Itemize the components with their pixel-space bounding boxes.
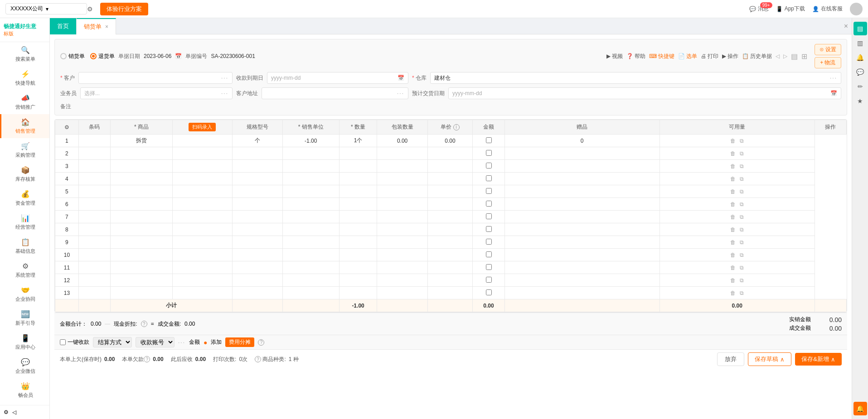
- copy-icon[interactable]: ⧉: [740, 290, 744, 296]
- cell-amount[interactable]: 0.00: [427, 135, 473, 147]
- delete-icon[interactable]: 🗑: [730, 201, 736, 207]
- warehouse-more-icon[interactable]: ···: [830, 75, 837, 81]
- cell-action[interactable]: 🗑 ⧉: [659, 173, 815, 185]
- sidebar-item-basic[interactable]: 📋 基础信息: [0, 234, 49, 258]
- cell-unit[interactable]: [232, 274, 282, 287]
- cell-spec[interactable]: [172, 236, 232, 249]
- cell-unit[interactable]: [232, 173, 282, 185]
- cell-gift[interactable]: [473, 236, 504, 249]
- sidebar-item-enterprise[interactable]: 🤝 企业协同: [0, 282, 49, 306]
- sidebar-item-wechat[interactable]: 💬 企业微信: [0, 354, 49, 378]
- copy-icon[interactable]: ⧉: [740, 188, 744, 195]
- cell-action[interactable]: 🗑 ⧉: [659, 223, 815, 236]
- sidebar-item-marketing[interactable]: 📣 营销推广: [0, 90, 49, 114]
- cell-pkg-qty[interactable]: [339, 211, 377, 223]
- copy-icon[interactable]: ⧉: [740, 150, 744, 157]
- cell-spec[interactable]: [172, 223, 232, 236]
- cell-action[interactable]: 🗑 ⧉: [659, 211, 815, 223]
- sidebar-item-apps[interactable]: 📱 应用中心: [0, 330, 49, 354]
- cell-spec[interactable]: [172, 249, 232, 261]
- delete-icon[interactable]: 🗑: [730, 214, 736, 220]
- cell-unit[interactable]: [232, 287, 282, 299]
- cell-action[interactable]: 🗑 ⧉: [659, 147, 815, 160]
- right-panel-btn-4[interactable]: 💬: [853, 65, 867, 79]
- cell-action[interactable]: 🗑 ⧉: [659, 261, 815, 274]
- gift-checkbox[interactable]: [486, 277, 492, 283]
- copy-icon[interactable]: ⧉: [740, 214, 744, 220]
- copy-icon[interactable]: ⧉: [740, 226, 744, 233]
- cell-spec[interactable]: [172, 211, 232, 223]
- cell-price[interactable]: [377, 147, 427, 160]
- cell-amount[interactable]: [427, 236, 473, 249]
- customer-addr-input[interactable]: ···: [262, 87, 408, 99]
- cell-spec[interactable]: [172, 261, 232, 274]
- scan-button[interactable]: 扫码录入: [189, 123, 216, 131]
- cell-pkg-qty[interactable]: [339, 249, 377, 261]
- history-btn[interactable]: 📋 历史单据: [742, 53, 772, 60]
- delete-icon[interactable]: 🗑: [730, 239, 736, 246]
- cell-action[interactable]: 🗑 ⧉: [659, 198, 815, 211]
- account-select[interactable]: 收款账号: [136, 337, 175, 347]
- service-item[interactable]: 👤 在线客服: [812, 5, 843, 13]
- sidebar-item-finance[interactable]: 💰 资金管理: [0, 186, 49, 210]
- radio-return-order[interactable]: 退货单: [90, 53, 115, 60]
- cell-gift[interactable]: [473, 185, 504, 198]
- cell-product[interactable]: [111, 287, 173, 299]
- cell-qty[interactable]: [282, 147, 339, 160]
- right-panel-btn-5[interactable]: ✏: [853, 80, 867, 93]
- delete-icon[interactable]: 🗑: [730, 188, 736, 195]
- tab-bar-close-icon[interactable]: ×: [844, 22, 848, 30]
- cell-pkg-qty[interactable]: [339, 160, 377, 173]
- product-type-info[interactable]: ?: [255, 356, 261, 362]
- right-panel-btn-7[interactable]: 🔔: [853, 402, 867, 415]
- grid-view-icon[interactable]: ⊞: [801, 52, 807, 61]
- delete-icon[interactable]: 🗑: [730, 226, 736, 233]
- cell-qty[interactable]: [282, 173, 339, 185]
- gift-checkbox[interactable]: [486, 201, 492, 207]
- cell-action[interactable]: 🗑 ⧉: [659, 135, 815, 147]
- cell-pkg-qty[interactable]: [339, 185, 377, 198]
- sidebar-item-purchase[interactable]: 🛒 采购管理: [0, 138, 49, 162]
- cell-product[interactable]: [111, 211, 173, 223]
- cell-gift[interactable]: [473, 261, 504, 274]
- save-draft-button[interactable]: 保存草稿 ∧: [748, 352, 791, 366]
- cell-product[interactable]: [111, 173, 173, 185]
- print-btn[interactable]: 🖨 打印: [701, 53, 718, 60]
- cell-gift[interactable]: [473, 287, 504, 299]
- cell-price[interactable]: [377, 211, 427, 223]
- cell-price[interactable]: 0.00: [377, 135, 427, 147]
- radio-sales-order[interactable]: 销货单: [60, 53, 85, 60]
- cell-qty[interactable]: [282, 198, 339, 211]
- gift-checkbox[interactable]: [486, 226, 492, 232]
- gift-checkbox[interactable]: [486, 188, 492, 194]
- cell-amount[interactable]: [427, 261, 473, 274]
- gift-checkbox[interactable]: [486, 150, 492, 156]
- cell-action[interactable]: 🗑 ⧉: [659, 274, 815, 287]
- cell-action[interactable]: 🗑 ⧉: [659, 287, 815, 299]
- operate-btn[interactable]: ▶ 操作: [722, 53, 738, 60]
- cell-gift[interactable]: [473, 198, 504, 211]
- help-btn[interactable]: ❓ 帮助: [626, 53, 645, 60]
- cell-pkg-qty[interactable]: [339, 223, 377, 236]
- right-panel-btn-1[interactable]: ▤: [853, 22, 867, 35]
- cell-product[interactable]: [111, 274, 173, 287]
- cell-barcode[interactable]: [78, 198, 110, 211]
- cell-action[interactable]: 🗑 ⧉: [659, 185, 815, 198]
- copy-icon[interactable]: ⧉: [740, 252, 744, 258]
- save-new-button[interactable]: 保存&新增 ∧: [795, 353, 842, 366]
- cell-qty[interactable]: [282, 261, 339, 274]
- cell-qty[interactable]: [282, 249, 339, 261]
- one-key-pay-check[interactable]: [60, 339, 66, 345]
- cell-amount[interactable]: [427, 223, 473, 236]
- cell-barcode[interactable]: [78, 135, 110, 147]
- account-more-icon[interactable]: ···: [178, 339, 185, 346]
- cell-product[interactable]: [111, 249, 173, 261]
- delete-icon[interactable]: 🗑: [730, 277, 736, 284]
- fee-split-tag[interactable]: 费用分摊: [225, 337, 254, 347]
- cell-unit[interactable]: [232, 223, 282, 236]
- cell-unit[interactable]: [232, 198, 282, 211]
- cell-barcode[interactable]: [78, 160, 110, 173]
- copy-icon[interactable]: ⧉: [740, 239, 744, 246]
- cell-spec[interactable]: [172, 135, 232, 147]
- gift-checkbox[interactable]: [486, 213, 492, 219]
